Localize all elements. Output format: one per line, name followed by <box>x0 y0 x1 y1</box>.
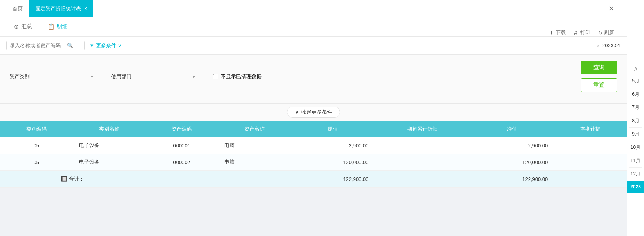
download-button[interactable]: ⬇ 下载 <box>550 29 566 36</box>
department-field: 使用部门 ▼ <box>111 73 197 80</box>
cell-asset-code: 000002 <box>145 154 218 171</box>
asset-category-label: 资产类别 <box>9 73 30 80</box>
refresh-icon: ↻ <box>598 30 603 36</box>
cell-net-value: 120,000.00 <box>470 154 554 171</box>
col-original-value: 原值 <box>291 121 375 137</box>
tab-bar: ⊕ 汇总 📋 明细 ⬇ 下载 🖨 打印 ↻ 刷新 <box>0 17 627 37</box>
cell-current-period <box>554 154 627 171</box>
department-label: 使用部门 <box>111 73 132 80</box>
month-item[interactable]: 9月 <box>629 128 642 141</box>
year-badge[interactable]: 2023 <box>627 181 644 193</box>
month-item[interactable]: 5月 <box>629 75 642 88</box>
total-label: 🔲合计： <box>0 171 145 188</box>
month-item[interactable]: 11月 <box>629 154 642 168</box>
detail-tab-label: 明细 <box>57 23 68 30</box>
detail-icon: 📋 <box>48 23 54 30</box>
print-label: 打印 <box>580 29 590 36</box>
table-row: 05 电子设备 000001 电脑 2,900.00 2,900.00 <box>0 137 627 154</box>
month-item[interactable]: 10月 <box>629 141 642 154</box>
more-conditions-button[interactable]: ▼ 更多条件 ∨ <box>89 42 122 49</box>
cell-net-value: 2,900.00 <box>470 137 554 154</box>
scroll-up-button[interactable]: ∧ <box>631 63 640 75</box>
col-asset-name: 资产名称 <box>218 121 291 137</box>
total-current-period <box>554 171 627 188</box>
col-category-code: 类别编码 <box>0 121 73 137</box>
reset-button[interactable]: 重置 <box>581 78 617 92</box>
cell-category-code: 05 <box>0 154 73 171</box>
search-icon[interactable]: 🔍 <box>67 43 73 48</box>
col-asset-code: 资产编码 <box>145 121 218 137</box>
department-select[interactable] <box>135 73 197 80</box>
search-wrap: 🔍 <box>6 41 85 50</box>
collapse-label: 收起更多条件 <box>301 109 332 116</box>
summary-tab-label: 汇总 <box>21 23 32 30</box>
hide-cleared-field: 不显示已清理数据 <box>213 73 262 80</box>
cell-original-value: 2,900.00 <box>291 137 375 154</box>
advanced-filter: 资产类别 ▼ 使用部门 ▼ 不显示已清理数 <box>0 55 627 104</box>
month-item[interactable]: 8月 <box>629 114 642 128</box>
cell-category-name: 电子设备 <box>73 137 146 154</box>
window-close-button[interactable]: ✕ <box>602 4 621 13</box>
download-icon: ⬇ <box>550 30 554 36</box>
cell-category-code: 05 <box>0 137 73 154</box>
filter-icon: ▼ <box>89 43 94 48</box>
col-current-period: 本期计提 <box>554 121 627 137</box>
col-net-value: 净值 <box>470 121 554 137</box>
asset-category-select[interactable] <box>33 73 96 80</box>
cell-asset-name: 电脑 <box>218 137 291 154</box>
cell-original-value: 120,000.00 <box>291 154 375 171</box>
date-display: 2023.01 <box>602 43 621 48</box>
search-input[interactable] <box>10 43 65 48</box>
total-original-value: 122,900.00 <box>291 171 375 188</box>
table-header-row: 类别编码 类别名称 资产编码 资产名称 原值 期初累计折旧 净值 本期计提 <box>0 121 627 137</box>
cell-accumulated-depreciation <box>375 137 470 154</box>
month-item[interactable]: 12月 <box>629 168 642 181</box>
total-accumulated-depreciation <box>375 171 470 188</box>
total-net-value: 122,900.00 <box>470 171 554 188</box>
total-spacer1 <box>145 171 218 188</box>
filter-bar: 🔍 ▼ 更多条件 ∨ › 2023.01 <box>0 37 627 55</box>
table-row: 05 电子设备 000002 电脑 120,000.00 120,000.00 <box>0 154 627 171</box>
total-row: 🔲合计： 122,900.00 122,900.00 <box>0 171 627 188</box>
total-spacer2 <box>218 171 291 188</box>
filter-actions: 查询 重置 <box>581 61 617 92</box>
month-item[interactable]: 7月 <box>629 101 642 114</box>
chevron-down-icon: ∨ <box>118 43 122 48</box>
collapse-row: ∧ 收起更多条件 <box>0 104 627 121</box>
expand-arrow[interactable]: › <box>597 42 599 49</box>
data-table-wrap: 类别编码 类别名称 资产编码 资产名称 原值 期初累计折旧 净值 本期计提 05… <box>0 121 627 236</box>
col-accumulated-depreciation: 期初累计折旧 <box>375 121 470 137</box>
summary-icon: ⊕ <box>14 23 19 30</box>
cell-asset-code: 000001 <box>145 137 218 154</box>
hide-cleared-checkbox[interactable] <box>213 74 218 79</box>
tab-label: 固定资产折旧统计表 <box>35 5 81 12</box>
cell-asset-name: 电脑 <box>218 154 291 171</box>
refresh-label: 刷新 <box>604 29 614 36</box>
hide-cleared-label: 不显示已清理数据 <box>221 73 262 80</box>
total-icon: 🔲 <box>61 176 67 182</box>
more-conditions-label: 更多条件 <box>96 42 116 49</box>
tab-summary[interactable]: ⊕ 汇总 <box>6 17 40 36</box>
asset-category-field: 资产类别 ▼ <box>9 73 96 80</box>
refresh-button[interactable]: ↻ 刷新 <box>598 29 614 36</box>
print-button[interactable]: 🖨 打印 <box>574 29 590 36</box>
download-label: 下载 <box>556 29 566 36</box>
col-category-name: 类别名称 <box>73 121 146 137</box>
data-table: 类别编码 类别名称 资产编码 资产名称 原值 期初累计折旧 净值 本期计提 05… <box>0 121 627 188</box>
cell-current-period <box>554 137 627 154</box>
active-tab[interactable]: 固定资产折旧统计表 × <box>29 0 93 17</box>
home-nav[interactable]: 首页 <box>6 5 29 12</box>
month-item[interactable]: 6月 <box>629 88 642 101</box>
print-icon: 🖨 <box>574 30 579 36</box>
query-button[interactable]: 查询 <box>581 61 617 74</box>
tab-detail[interactable]: 📋 明细 <box>40 17 76 36</box>
tab-close-icon[interactable]: × <box>84 6 87 11</box>
cell-category-name: 电子设备 <box>73 154 146 171</box>
chevron-up-icon: ∧ <box>295 109 299 115</box>
right-sidebar: ∧ 5月6月7月8月9月10月11月12月 2023 <box>627 0 644 236</box>
cell-accumulated-depreciation <box>375 154 470 171</box>
collapse-button[interactable]: ∧ 收起更多条件 <box>287 107 340 118</box>
